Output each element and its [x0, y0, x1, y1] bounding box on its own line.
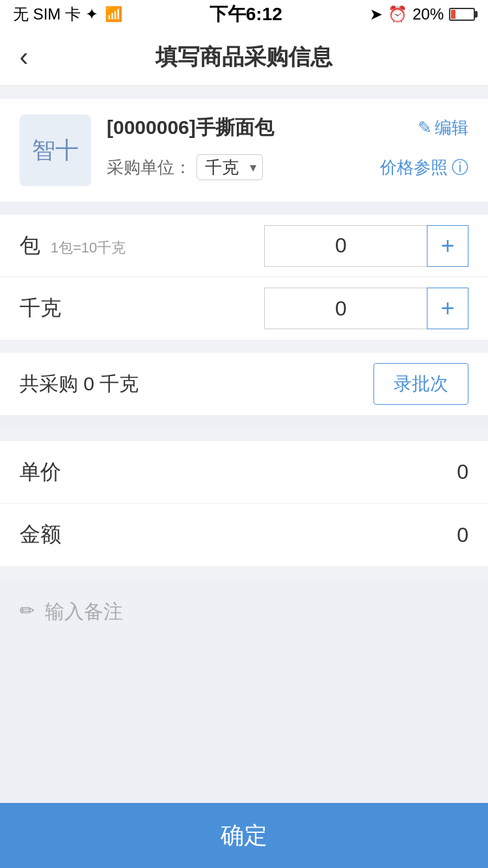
input-right-bao: +	[264, 225, 468, 267]
wifi-icon: 📶	[105, 6, 122, 23]
location-icon: ➤	[370, 5, 383, 23]
product-card: 智十 [0000006]手撕面包 ✎ 编辑 采购单位： 千克 包 价格参照	[0, 99, 488, 202]
confirm-button[interactable]: 确定	[0, 803, 488, 868]
input-label-kg: 千克	[20, 294, 66, 323]
section-divider-2	[0, 415, 488, 428]
status-bar: 无 SIM 卡 ✦ 📶 下午6:12 ➤ ⏰ 20%	[0, 0, 488, 29]
pencil-icon: ✏	[20, 600, 34, 621]
status-time: 下午6:12	[210, 2, 282, 27]
summary-row: 共采购 0 千克 录批次	[0, 353, 488, 415]
nav-bar: ‹ 填写商品采购信息	[0, 29, 488, 86]
product-logo: 智十	[32, 136, 79, 164]
summary-section: 共采购 0 千克 录批次	[0, 353, 488, 415]
amount-label: 金额	[20, 521, 61, 549]
bao-plus-button[interactable]: +	[427, 225, 468, 267]
battery-icon	[449, 8, 475, 21]
batch-button[interactable]: 录批次	[373, 363, 468, 405]
alarm-icon: ⏰	[388, 5, 407, 23]
page-title: 填写商品采购信息	[156, 42, 332, 72]
battery-percent: 20%	[413, 5, 444, 23]
unit-select-wrapper[interactable]: 千克 包	[197, 154, 263, 180]
input-row-bao: 包 1包=10千克 +	[0, 215, 488, 277]
amount-value: 0	[457, 523, 468, 547]
product-info: [0000006]手撕面包 ✎ 编辑 采购单位： 千克 包 价格参照 ⓘ	[107, 115, 468, 180]
kg-plus-button[interactable]: +	[427, 288, 468, 329]
help-icon: ⓘ	[452, 156, 468, 179]
price-ref-button[interactable]: 价格参照 ⓘ	[380, 156, 468, 179]
input-right-kg: +	[264, 288, 468, 329]
status-left: 无 SIM 卡 ✦ 📶	[13, 4, 122, 25]
price-row-unit: 单价 0	[0, 441, 488, 504]
price-ref-label: 价格参照	[380, 156, 448, 179]
remark-section[interactable]: ✏ 输入备注	[0, 579, 488, 657]
kg-quantity-input[interactable]	[264, 288, 427, 329]
price-row-amount: 金额 0	[0, 504, 488, 566]
bao-quantity-input[interactable]	[264, 225, 427, 267]
unit-label-group: 采购单位： 千克 包	[107, 154, 263, 180]
input-section: 包 1包=10千克 + 千克 +	[0, 215, 488, 340]
remark-placeholder: 输入备注	[45, 599, 123, 625]
section-divider-1	[0, 202, 488, 215]
product-name-row: [0000006]手撕面包 ✎ 编辑	[107, 115, 468, 141]
edit-label: 编辑	[435, 116, 468, 139]
unit-select[interactable]: 千克 包	[197, 154, 263, 180]
price-section: 单价 0 金额 0	[0, 441, 488, 566]
edit-icon: ✎	[418, 118, 432, 138]
product-image: 智十	[20, 115, 91, 186]
unit-label: 采购单位：	[107, 157, 191, 177]
unit-price-value: 0	[457, 460, 468, 484]
edit-button[interactable]: ✎ 编辑	[418, 116, 468, 139]
unit-row: 采购单位： 千克 包 价格参照 ⓘ	[107, 154, 468, 180]
input-row-kg: 千克 +	[0, 277, 488, 340]
status-right: ➤ ⏰ 20%	[370, 5, 475, 23]
unit-price-label: 单价	[20, 458, 61, 487]
product-name: [0000006]手撕面包	[107, 115, 274, 141]
input-label-bao: 包 1包=10千克	[20, 232, 126, 260]
summary-text: 共采购 0 千克	[20, 371, 139, 398]
sim-status: 无 SIM 卡 ✦	[13, 4, 98, 25]
back-button[interactable]: ‹	[20, 42, 28, 72]
